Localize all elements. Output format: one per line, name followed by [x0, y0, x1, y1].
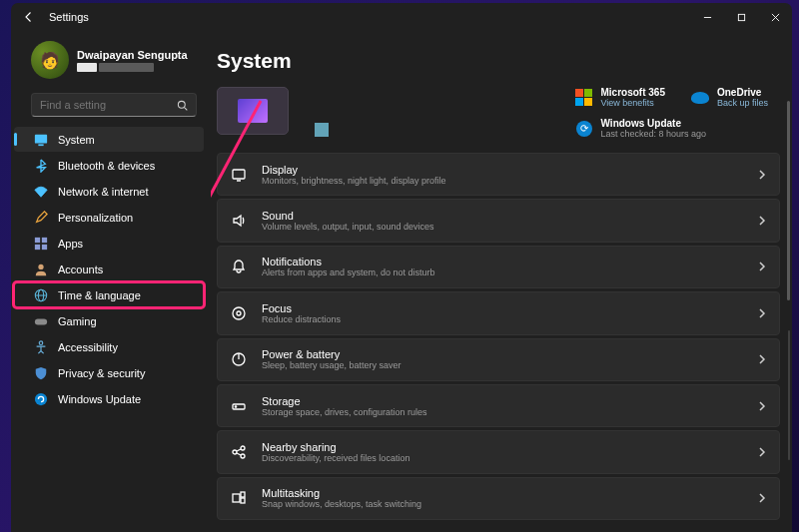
svg-rect-19 [233, 170, 245, 179]
accent-color-icon [315, 123, 329, 137]
setting-text: FocusReduce distractions [262, 302, 743, 324]
scrollbar-thumb[interactable] [787, 101, 790, 300]
setting-text: MultitaskingSnap windows, desktops, task… [262, 487, 743, 509]
sidebar-item-label: Network & internet [58, 186, 148, 198]
setting-title: Power & battery [262, 348, 743, 360]
chevron-right-icon [757, 493, 767, 503]
back-icon[interactable] [23, 11, 35, 23]
svg-rect-11 [42, 244, 47, 249]
setting-title: Sound [262, 210, 743, 222]
settings-window: Settings 🧑 Dwaipayan Sengupta [11, 3, 792, 532]
svg-line-31 [237, 453, 241, 455]
sidebar-item-label: Personalization [58, 212, 133, 224]
hero-onedrive-title: OneDrive [717, 87, 768, 98]
sidebar-item-personalization[interactable]: Personalization [14, 205, 204, 230]
svg-rect-7 [38, 144, 43, 146]
setting-text: SoundVolume levels, output, input, sound… [262, 210, 743, 232]
close-button[interactable] [758, 3, 792, 31]
setting-title: Notifications [262, 256, 743, 267]
setting-row-power-battery[interactable]: Power & batterySleep, battery usage, bat… [217, 338, 780, 381]
sidebar-item-time-language[interactable]: Time & language [14, 282, 204, 307]
access-icon [34, 340, 48, 354]
setting-row-nearby-sharing[interactable]: Nearby sharingDiscoverability, received … [217, 430, 780, 473]
sidebar-item-bluetooth-devices[interactable]: Bluetooth & devices [14, 153, 204, 178]
setting-row-storage[interactable]: StorageStorage space, drives, configurat… [217, 384, 780, 427]
hero-windowsupdate[interactable]: ⟳ Windows Update Last checked: 8 hours a… [575, 118, 769, 139]
share-icon [230, 443, 248, 461]
setting-row-sound[interactable]: SoundVolume levels, output, input, sound… [217, 199, 780, 242]
hero-m365-sub[interactable]: View benefits [601, 98, 665, 108]
svg-rect-34 [241, 498, 245, 503]
minimize-button[interactable] [690, 3, 724, 31]
sidebar-item-label: System [58, 134, 95, 146]
svg-point-17 [39, 340, 43, 344]
svg-point-4 [178, 101, 185, 108]
wifi-icon [34, 185, 48, 199]
sidebar-item-gaming[interactable]: Gaming [14, 308, 204, 333]
chevron-right-icon [757, 447, 767, 457]
sidebar-item-label: Accessibility [58, 341, 118, 353]
svg-line-5 [185, 107, 188, 110]
sidebar-item-network-internet[interactable]: Network & internet [14, 179, 204, 204]
sidebar-item-system[interactable]: System [14, 127, 204, 152]
brush-icon [34, 211, 48, 225]
windows-update-icon: ⟳ [575, 120, 593, 138]
hero-onedrive-sub[interactable]: Back up files [717, 98, 768, 108]
setting-title: Nearby sharing [262, 441, 743, 453]
titlebar-left: Settings [23, 11, 89, 23]
game-icon [34, 314, 48, 328]
sidebar-item-accounts[interactable]: Accounts [14, 257, 204, 281]
setting-row-display[interactable]: DisplayMonitors, brightness, night light… [217, 153, 780, 196]
setting-text: DisplayMonitors, brightness, night light… [262, 164, 743, 186]
setting-row-focus[interactable]: FocusReduce distractions [217, 291, 780, 334]
search-input[interactable] [40, 99, 170, 111]
svg-point-22 [237, 311, 241, 315]
setting-row-notifications[interactable]: NotificationsAlerts from apps and system… [217, 246, 780, 288]
hero-right: Microsoft 365 View benefits OneDrive Bac… [575, 87, 769, 139]
sidebar-nav: SystemBluetooth & devicesNetwork & inter… [11, 127, 211, 411]
sidebar: 🧑 Dwaipayan Sengupta SystemBluetooth & d… [11, 31, 211, 532]
setting-title: Multitasking [262, 487, 743, 499]
sidebar-item-label: Windows Update [58, 393, 141, 405]
sidebar-item-label: Accounts [58, 264, 103, 275]
sidebar-item-accessibility[interactable]: Accessibility [14, 334, 204, 359]
setting-title: Display [262, 164, 743, 176]
bt-icon [34, 159, 48, 173]
shield-icon [34, 366, 48, 380]
svg-point-29 [241, 454, 245, 458]
search-box[interactable] [31, 93, 197, 117]
scrollbar-track[interactable] [788, 330, 790, 460]
focus-icon [230, 304, 248, 322]
avatar: 🧑 [31, 41, 69, 79]
sidebar-item-label: Gaming [58, 315, 97, 327]
setting-desc: Reduce distractions [262, 314, 743, 324]
user-block[interactable]: 🧑 Dwaipayan Sengupta [11, 37, 211, 87]
svg-point-18 [35, 392, 47, 404]
chevron-right-icon [757, 216, 767, 226]
svg-point-21 [233, 307, 245, 319]
hero-microsoft365[interactable]: Microsoft 365 View benefits [575, 87, 665, 108]
setting-row-multitasking[interactable]: MultitaskingSnap windows, desktops, task… [217, 477, 780, 520]
sidebar-item-apps[interactable]: Apps [14, 231, 204, 256]
svg-point-26 [235, 405, 236, 406]
power-icon [230, 350, 248, 368]
window-title: Settings [49, 11, 89, 23]
sidebar-item-privacy-security[interactable]: Privacy & security [14, 360, 204, 385]
window-controls [690, 3, 792, 31]
setting-desc: Snap windows, desktops, task switching [262, 499, 743, 509]
setting-desc: Volume levels, output, input, sound devi… [262, 222, 743, 232]
multi-icon [230, 489, 248, 507]
sidebar-item-windows-update[interactable]: Windows Update [14, 386, 204, 411]
chevron-right-icon [757, 262, 767, 271]
hero-onedrive[interactable]: OneDrive Back up files [691, 87, 768, 108]
setting-text: NotificationsAlerts from apps and system… [262, 256, 743, 277]
user-info: Dwaipayan Sengupta [77, 49, 188, 72]
globe-icon [34, 288, 48, 302]
hero-wu-sub: Last checked: 8 hours ago [601, 129, 707, 139]
device-preview[interactable] [217, 87, 289, 135]
maximize-button[interactable] [724, 3, 758, 31]
setting-text: Power & batterySleep, battery usage, bat… [262, 348, 743, 370]
sidebar-item-label: Time & language [58, 289, 141, 301]
svg-rect-1 [738, 14, 744, 20]
chevron-right-icon [757, 170, 767, 180]
